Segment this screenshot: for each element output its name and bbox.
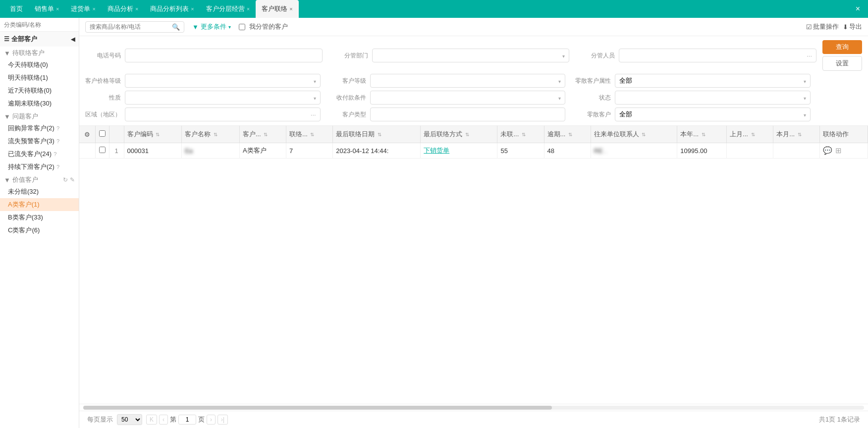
row-last-month <box>727 143 773 159</box>
export-btn[interactable]: ⬇ 导出 <box>843 22 862 31</box>
sidebar-item-b-class[interactable]: B类客户(33) <box>0 211 79 224</box>
sidebar-item-declining[interactable]: 持续下滑客户(2) ? <box>0 160 79 173</box>
row-last-contact-method[interactable]: 下销货单 <box>421 143 497 159</box>
row-no-contact: 55 <box>497 143 544 159</box>
top-nav: 首页 销售单 × 进货单 × 商品分析 × 商品分析列表 × 客户分层经营 × … <box>0 0 868 18</box>
row-actions: 💬 ⊞ <box>820 143 868 159</box>
nav-item-analysis[interactable]: 商品分析 × <box>102 0 144 18</box>
close-icon[interactable]: × <box>191 6 194 12</box>
col-last-contact-date[interactable]: 最后联络日期 ⇅ <box>333 126 421 143</box>
col-checkbox[interactable] <box>95 126 109 143</box>
filter-label-phone: 电话号码 <box>85 52 125 60</box>
nav-item-purchase[interactable]: 进货单 × <box>65 0 101 18</box>
filter-select-payment[interactable] <box>370 91 566 105</box>
my-customers-checkbox[interactable]: 我分管的客户 <box>239 22 288 31</box>
first-page-btn[interactable]: K <box>146 415 157 425</box>
refresh-icon[interactable]: ↻ <box>63 176 68 183</box>
filter-select-nature[interactable] <box>125 91 321 105</box>
filter-select-price-grade[interactable] <box>125 74 321 88</box>
sidebar-item-overdue[interactable]: 逾期未联络(30) <box>0 97 79 110</box>
col-last-month[interactable]: 上月... ⇅ <box>727 126 773 143</box>
col-type[interactable]: 客户... ⇅ <box>239 126 286 143</box>
nav-item-analysis-list[interactable]: 商品分析列表 × <box>144 0 200 18</box>
col-contact[interactable]: 联络... ⇅ <box>286 126 333 143</box>
close-icon[interactable]: × <box>92 6 95 12</box>
sidebar-item-a-class[interactable]: A类客户(1) <box>0 198 79 211</box>
close-icon[interactable]: × <box>247 6 250 12</box>
nav-item-sales[interactable]: 销售单 × <box>29 0 65 18</box>
sidebar-group-label-pending[interactable]: ▼ 待联络客户 <box>0 47 79 58</box>
sidebar-all-customers[interactable]: ☰ 全部客户 ◀ <box>0 32 79 47</box>
sidebar-item-churn-warning[interactable]: 流失预警客户(3) ? <box>0 135 79 148</box>
row-this-month <box>773 143 820 159</box>
filter-select-retail-attr[interactable]: 全部 <box>615 74 811 88</box>
last-page-btn[interactable]: ›| <box>217 415 228 425</box>
filter-select-dept[interactable] <box>372 49 570 62</box>
filter-select-grade[interactable] <box>370 74 566 88</box>
prev-page-btn[interactable]: ‹ <box>159 415 168 425</box>
search-input[interactable] <box>90 23 170 30</box>
chevron-down-icon <box>562 52 565 59</box>
batch-op-btn[interactable]: ☑ 批量操作 <box>806 22 839 31</box>
per-page-select[interactable]: 50 100 200 <box>117 414 142 425</box>
filter-label-retail: 零散客户 <box>575 110 615 119</box>
nav-item-customer-contact[interactable]: 客户联络 × <box>256 0 298 18</box>
col-code[interactable]: 客户编码 ⇅ <box>124 126 182 143</box>
sidebar-item-tomorrow[interactable]: 明天待联络(1) <box>0 71 79 84</box>
query-setting-group: 查询 设置 <box>822 40 862 71</box>
sidebar-item-c-class[interactable]: C类客户(6) <box>0 224 79 237</box>
filter-field-person: 分管人员 ··· <box>579 49 816 62</box>
col-unit-contact[interactable]: 往来单位联系人 ⇅ <box>591 126 677 143</box>
more-filters-btn[interactable]: ▼ 更多条件 ▾ <box>188 21 235 33</box>
sidebar-item-ungrouped[interactable]: 未分组(32) <box>0 185 79 198</box>
help-icon: ? <box>56 138 59 144</box>
sidebar-group-label-problem[interactable]: ▼ 问题客户 <box>0 110 79 122</box>
filter-input-person[interactable]: ··· <box>619 49 816 62</box>
per-page-label: 每页显示 <box>87 415 113 424</box>
qr-icon[interactable]: ⊞ <box>835 146 842 155</box>
close-icon[interactable]: × <box>135 6 138 12</box>
sidebar-item-today[interactable]: 今天待联络(0) <box>0 58 79 71</box>
nav-item-customer-segment[interactable]: 客户分层经营 × <box>200 0 256 18</box>
col-last-contact-method[interactable]: 最后联络方式 ⇅ <box>421 126 497 143</box>
edit-icon[interactable]: ✎ <box>70 176 75 183</box>
setting-button[interactable]: 设置 <box>822 56 862 71</box>
row-this-year: 10995.00 <box>677 143 727 159</box>
search-icon[interactable]: 🔍 <box>172 23 180 31</box>
col-this-month[interactable]: 本月... ⇅ <box>773 126 820 143</box>
filter-select-retail[interactable]: 全部 <box>615 107 811 121</box>
nav-item-home[interactable]: 首页 <box>4 0 29 18</box>
close-icon[interactable]: × <box>56 6 59 12</box>
sidebar-group-label-value[interactable]: ▼ 价值客户 ↻ ✎ <box>0 173 79 185</box>
filter-input-region[interactable]: ··· <box>125 107 321 121</box>
row-checkbox[interactable] <box>95 143 109 159</box>
adv-filter-row-2: 客户价格等级 客户等级 零散客户属性 <box>85 74 862 88</box>
chat-icon[interactable]: 💬 <box>823 146 832 155</box>
filter-field-nature: 性质 <box>85 91 321 105</box>
sidebar-item-abnormal[interactable]: 回购异常客户(2) ? <box>0 122 79 135</box>
sidebar-search-input[interactable] <box>4 21 78 28</box>
close-icon[interactable]: × <box>289 6 292 12</box>
horizontal-scrollbar[interactable] <box>79 404 868 411</box>
bottom-bar: 每页显示 50 100 200 K ‹ 第 页 › ›| 共1页 1条记录 <box>79 411 868 428</box>
filter-select-status[interactable] <box>615 91 811 105</box>
col-name[interactable]: 客户名称 ⇅ <box>182 126 240 143</box>
col-no-contact[interactable]: 未联... ⇅ <box>497 126 544 143</box>
query-button[interactable]: 查询 <box>822 40 862 54</box>
col-this-year[interactable]: 本年... ⇅ <box>677 126 727 143</box>
sidebar-item-churned[interactable]: 已流失客户(24) ? <box>0 148 79 160</box>
next-page-btn[interactable]: › <box>207 415 216 425</box>
col-gear[interactable]: ⚙ <box>79 126 95 143</box>
col-overdue[interactable]: 逾期... ⇅ <box>544 126 591 143</box>
page-of-label: 页 <box>198 415 205 424</box>
filter-label-status: 状态 <box>575 94 615 102</box>
sidebar-item-7days[interactable]: 近7天待联络(0) <box>0 84 79 97</box>
sidebar-group-problem: ▼ 问题客户 回购异常客户(2) ? 流失预警客户(3) ? 已流失客户(24)… <box>0 110 79 173</box>
filter-input-type[interactable] <box>370 107 566 121</box>
window-close-button[interactable]: × <box>852 4 864 13</box>
chevron-down-icon <box>314 77 316 85</box>
filter-input-phone[interactable] <box>125 49 323 62</box>
chevron-down-icon <box>558 94 561 102</box>
adv-filter-row-4: 区域（地区） ··· 客户类型 零散客户 全部 <box>85 107 862 121</box>
page-input[interactable] <box>178 415 196 425</box>
